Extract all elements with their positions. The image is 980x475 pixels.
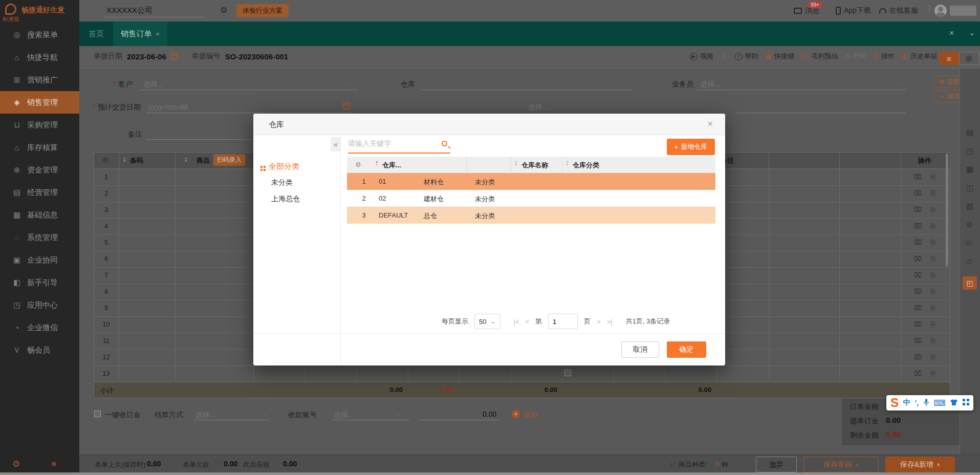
- settings-gear-icon[interactable]: ⚙: [12, 459, 20, 469]
- warehouse-row[interactable]: 202建材仓未分类: [347, 190, 715, 207]
- panel-icon-6[interactable]: ⊘: [966, 220, 973, 229]
- sort-icon[interactable]: ▲▼: [565, 160, 569, 166]
- sidebar-item-wechat[interactable]: ◔企业微信: [0, 316, 79, 339]
- col-product-header[interactable]: 商品: [197, 156, 210, 165]
- table-gear-icon[interactable]: ⚙: [355, 161, 361, 168]
- delete-row-icon[interactable]: ⌧: [914, 173, 922, 181]
- panel-collapse-button[interactable]: «: [331, 137, 341, 152]
- chevron-down-icon[interactable]: ⌄: [261, 409, 267, 418]
- delete-row-icon[interactable]: ⌧: [914, 337, 922, 344]
- panel-icon-3[interactable]: ▦: [966, 165, 973, 174]
- copy-row-icon[interactable]: ⎘: [930, 271, 935, 279]
- skin-icon[interactable]: [950, 399, 958, 407]
- delivery-date-field[interactable]: yyyy-mm-dd: [148, 103, 187, 111]
- category-item[interactable]: 未分类: [271, 178, 293, 187]
- sidebar-item-apps[interactable]: ◳应用中心: [0, 294, 79, 316]
- sidebar-item-search[interactable]: ◎搜索菜单: [0, 24, 79, 46]
- settle-method-field[interactable]: 选择...: [195, 411, 216, 420]
- sidebar-item-sales[interactable]: ◈销售管理: [0, 91, 79, 114]
- copy-row-icon[interactable]: ⎘: [930, 304, 935, 312]
- salesman-more-button[interactable]: ...: [894, 79, 901, 87]
- new-warehouse-button[interactable]: +新增仓库: [667, 139, 715, 155]
- calendar-icon[interactable]: [171, 53, 178, 60]
- view-list-toggle[interactable]: ≡: [939, 52, 959, 65]
- sort-icon[interactable]: ▲▼: [514, 160, 518, 166]
- first-page-icon[interactable]: |<: [514, 318, 519, 326]
- copy-row-icon[interactable]: ⎘: [930, 239, 935, 247]
- hotkey-action[interactable]: ▦快捷键: [766, 52, 794, 61]
- col-warehouse-name[interactable]: 仓库名称: [521, 161, 548, 170]
- col-barcode-header[interactable]: 条码: [130, 156, 143, 165]
- last-page-icon[interactable]: >|: [607, 318, 613, 326]
- copy-row-icon[interactable]: ⎘: [930, 222, 935, 230]
- sidebar-item-vip[interactable]: Ｖ畅会员: [0, 339, 79, 361]
- delete-row-icon[interactable]: ⌧: [914, 304, 922, 312]
- panel-icon-2[interactable]: ◳: [966, 146, 973, 156]
- add-row-button[interactable]: 添加: [523, 411, 537, 420]
- delete-row-icon[interactable]: ⌧: [914, 206, 922, 213]
- user-name-blurred[interactable]: [950, 6, 976, 16]
- tab-close-icon[interactable]: ×: [156, 30, 160, 38]
- warehouse-row[interactable]: 3DEFAULT总仓未分类: [347, 207, 715, 224]
- col-warehouse-category[interactable]: 仓库分类: [573, 161, 599, 170]
- sort-icon[interactable]: ▲▼: [123, 157, 126, 163]
- tab-home[interactable]: 首页: [79, 21, 113, 46]
- modal-search-input[interactable]: [348, 139, 435, 147]
- user-avatar[interactable]: [934, 5, 947, 17]
- history-action[interactable]: ▤历史单据: [902, 52, 937, 61]
- delete-row-icon[interactable]: ⌧: [914, 320, 922, 328]
- help-action[interactable]: ?帮助: [735, 52, 758, 61]
- sort-icon-active[interactable]: ▲▼: [375, 160, 379, 166]
- sidebar-item-warehouse[interactable]: ⌂库存核算: [0, 136, 79, 159]
- copy-row-icon[interactable]: ⎘: [930, 320, 935, 329]
- trial-plan-button[interactable]: 体验行业方案: [236, 4, 289, 17]
- account-more-button[interactable]: ...: [396, 409, 403, 417]
- copy-row-icon[interactable]: ⎘: [930, 255, 935, 263]
- confirm-button[interactable]: 确定: [667, 341, 706, 358]
- row2-more-button[interactable]: ...: [894, 102, 901, 110]
- warehouse-row[interactable]: 101材料仓未分类: [347, 173, 715, 190]
- prev-page-icon[interactable]: <: [526, 318, 530, 326]
- warehouse-field[interactable]: [421, 90, 633, 90]
- sidebar-item-guide[interactable]: ◧新手引导: [0, 271, 79, 294]
- add-circle-icon[interactable]: +: [512, 410, 520, 418]
- salesman-field[interactable]: 选择...: [700, 80, 721, 89]
- delete-row-icon[interactable]: ⌧: [914, 222, 922, 230]
- order-source-field[interactable]: 选择...: [528, 103, 549, 112]
- discard-button[interactable]: 放弃: [756, 457, 797, 472]
- close-all-tabs-icon[interactable]: ×: [949, 29, 954, 38]
- cancel-button[interactable]: 取消: [621, 341, 659, 358]
- doc-no-value[interactable]: SO-20230606-001: [225, 52, 288, 61]
- sidebar-item-collab[interactable]: ▣企业协同: [0, 249, 79, 271]
- doc-date-value[interactable]: 2023-06-06: [127, 52, 166, 61]
- company-selector[interactable]: XXXXXX公司: [106, 6, 153, 15]
- next-page-icon[interactable]: >: [597, 318, 601, 326]
- chinese-mode-icon[interactable]: 中: [903, 398, 910, 407]
- panel-icon-5[interactable]: ▥: [966, 202, 973, 211]
- customer-field[interactable]: 选择...: [143, 80, 164, 89]
- calendar-icon[interactable]: [343, 102, 350, 110]
- all-categories-item[interactable]: 全部分类: [260, 162, 299, 171]
- sidebar-item-bag[interactable]: ⊔采购管理: [0, 114, 79, 136]
- page-input[interactable]: [553, 318, 573, 326]
- sidebar-item-home[interactable]: ⌂快捷导航: [0, 46, 79, 69]
- app-download-button[interactable]: App下载: [836, 6, 871, 15]
- category-item[interactable]: 上海总仓: [271, 195, 300, 204]
- scan-entry-button[interactable]: 扫码录入: [213, 154, 245, 166]
- copy-row-icon[interactable]: ⎘: [930, 370, 935, 378]
- copy-row-icon[interactable]: ⎘: [930, 189, 935, 198]
- col-warehouse-code[interactable]: 仓库...: [382, 161, 401, 170]
- delete-row-icon[interactable]: ⌧: [914, 255, 922, 263]
- deposit-checkbox[interactable]: [94, 411, 101, 417]
- soft-keyboard-icon[interactable]: ⌨: [933, 398, 945, 408]
- tab-sales-order[interactable]: 销售订单 ×: [113, 21, 167, 46]
- panel-icon-1[interactable]: ▤: [966, 128, 973, 137]
- sort-icon[interactable]: ▲▼: [184, 157, 188, 163]
- grid-gear-icon[interactable]: ⚙: [102, 156, 108, 164]
- punctuation-icon[interactable]: ’,: [914, 399, 919, 407]
- online-service-button[interactable]: 在线客服: [879, 6, 918, 15]
- save-and-new-button[interactable]: 保存&新增∧: [885, 457, 955, 472]
- delete-row-icon[interactable]: ⌧: [914, 288, 922, 295]
- microphone-icon[interactable]: [923, 398, 929, 408]
- per-page-select[interactable]: 50 ⌄: [474, 314, 500, 329]
